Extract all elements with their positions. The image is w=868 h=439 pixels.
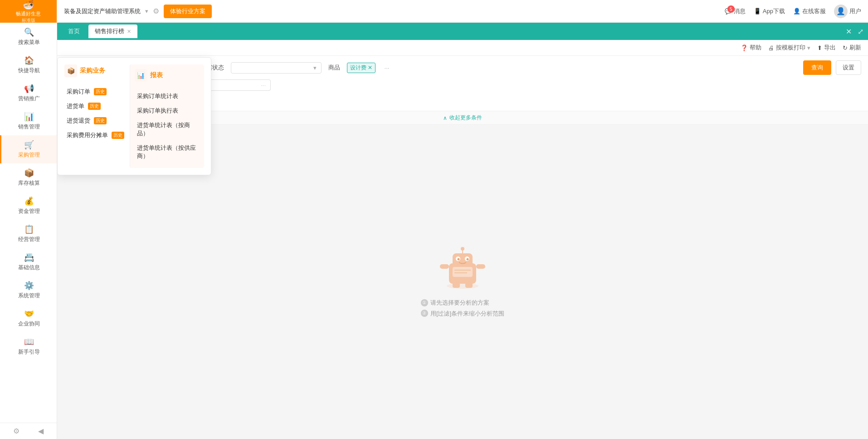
basic-icon: 📇 xyxy=(24,252,34,262)
sidebar-label-purchase: 采购管理 xyxy=(18,151,40,159)
tab-expand-icon[interactable]: ⤢ xyxy=(858,27,863,36)
tabbar: 首页 销售排行榜 ✕ ✕ ⤢ xyxy=(57,23,868,40)
sidebar-item-operation[interactable]: 📋 经营管理 xyxy=(0,220,57,248)
system-icon: ⚙️ xyxy=(24,281,34,291)
tip-text-2: 用[过滤]条件来缩小分析范围 xyxy=(430,308,504,319)
help-label: 帮助 xyxy=(750,44,761,52)
svg-point-6 xyxy=(467,258,469,261)
svg-rect-9 xyxy=(440,264,449,269)
query-btn[interactable]: 查询 xyxy=(803,60,831,75)
refresh-icon: ↻ xyxy=(843,44,848,51)
product-tag-close-icon[interactable]: ✕ xyxy=(368,64,372,71)
order-stat-label: 采购订单统计表 xyxy=(137,92,178,100)
dropdown-item-expense[interactable]: 采购费用分摊单 历史 xyxy=(64,128,130,143)
history-badge-0: 历史 xyxy=(94,88,107,95)
dropdown-item-purchase-order[interactable]: 采购订单 历史 xyxy=(64,84,130,99)
sidebar-settings-btn[interactable]: ⚙ xyxy=(13,427,20,435)
sidebar-item-purchase[interactable]: 🛒 采购管理 xyxy=(0,135,57,163)
product-tag-label: 设计费 xyxy=(350,64,366,72)
tip-item-2: ② 用[过滤]条件来缩小分析范围 xyxy=(421,308,504,319)
logo-icon: 🍜 xyxy=(23,0,34,10)
dropdown-item-order-stat[interactable]: 采购订单统计表 xyxy=(135,89,200,104)
report-section-icon: 📊 xyxy=(135,69,147,82)
toolbar-bar: ❓ 帮助 🖨 按模板打印 ▾ ⬆ 导出 ↻ 刷新 xyxy=(57,40,868,56)
sidebar-item-inventory[interactable]: 📦 库存核算 xyxy=(0,163,57,192)
svg-point-5 xyxy=(458,258,460,261)
tab-home[interactable]: 首页 xyxy=(62,25,86,38)
collapse-chevron-icon: ∧ xyxy=(443,115,447,121)
sidebar-bottom: ⚙ ◀ xyxy=(0,423,57,439)
sidebar-label-inventory: 库存核算 xyxy=(18,179,40,187)
dropdown-item-inbound-stat-product[interactable]: 进货单统计表（按商品） xyxy=(135,118,200,141)
history-badge-3: 历史 xyxy=(112,132,124,139)
sidebar-item-guide[interactable]: 📖 新手引导 xyxy=(0,332,57,360)
dropdown-item-return[interactable]: 进货退货 历史 xyxy=(64,113,130,128)
sidebar-collapse-btn[interactable]: ◀ xyxy=(38,427,44,435)
app-download-label: App下载 xyxy=(763,7,785,15)
sidebar-label-capital: 资金管理 xyxy=(18,207,40,215)
system-title: 装备及固定资产辅助管理系统 xyxy=(64,7,141,15)
collapse-label: 收起更多条件 xyxy=(449,114,482,122)
sidebar-label-sales: 销售管理 xyxy=(18,123,40,131)
export-label: 导出 xyxy=(824,44,836,52)
export-icon: ⬆ xyxy=(817,44,822,51)
expense-label: 采购费用分摊单 xyxy=(67,131,108,139)
refresh-btn[interactable]: ↻ 刷新 xyxy=(843,44,861,52)
user-btn[interactable]: 👤 用户 xyxy=(834,5,861,18)
empty-illustration xyxy=(435,245,490,291)
tab-sales-rank[interactable]: 销售排行榜 ✕ xyxy=(88,25,137,38)
message-badge: 5 xyxy=(727,5,735,13)
dropdown-item-inbound-stat-supplier[interactable]: 进货单统计表（按供应商） xyxy=(135,141,200,163)
svg-rect-11 xyxy=(453,282,460,288)
marketing-icon: 📢 xyxy=(24,84,34,94)
svg-rect-2 xyxy=(453,253,473,267)
enterprise-icon: 🤝 xyxy=(24,309,34,319)
sidebar-item-basic[interactable]: 📇 基础信息 xyxy=(0,248,57,276)
refresh-label: 刷新 xyxy=(849,44,861,52)
online-service-btn[interactable]: 👤 在线客服 xyxy=(793,7,826,15)
export-btn[interactable]: ⬆ 导出 xyxy=(817,44,836,52)
logo-line1: 畅通好生意 xyxy=(16,10,41,17)
print-label: 按模板打印 xyxy=(776,44,805,52)
tab-close-icon[interactable]: ✕ xyxy=(127,29,131,35)
help-icon: ❓ xyxy=(741,44,748,51)
sidebar-item-marketing[interactable]: 📢 营销推广 xyxy=(0,79,57,107)
tip-num-2: ② xyxy=(421,310,428,317)
dropdown-item-inbound[interactable]: 进货单 历史 xyxy=(64,99,130,113)
purchase-icon-inner: 📦 xyxy=(67,67,75,74)
sidebar-item-system[interactable]: ⚙️ 系统管理 xyxy=(0,276,57,304)
order-exec-label: 采购订单执行表 xyxy=(137,107,178,115)
setting-btn[interactable]: 设置 xyxy=(836,60,861,75)
topbar-chevron-icon[interactable]: ▾ xyxy=(145,8,148,15)
sidebar-item-capital[interactable]: 💰 资金管理 xyxy=(0,192,57,220)
tab-close-all-icon[interactable]: ✕ xyxy=(842,27,855,36)
tab-home-label: 首页 xyxy=(68,27,80,35)
sidebar-item-sales[interactable]: 📊 销售管理 xyxy=(0,107,57,135)
sidebar-label-guide: 新手引导 xyxy=(18,348,40,356)
purchase-section-icon: 📦 xyxy=(64,64,77,77)
dropdown-item-order-exec[interactable]: 采购订单执行表 xyxy=(135,104,200,118)
product-more-icon[interactable]: ··· xyxy=(385,64,390,71)
doc-status-select[interactable]: ▾ xyxy=(231,62,322,74)
inbound-stat-product-label: 进货单统计表（按商品） xyxy=(137,121,198,138)
topbar-gear-icon[interactable]: ⚙ xyxy=(153,7,159,15)
sidebar-label-operation: 经营管理 xyxy=(18,236,40,243)
return-label: 进货退货 xyxy=(67,117,90,125)
app-download-btn[interactable]: 📱 App下载 xyxy=(754,7,785,15)
search-icon: 🔍 xyxy=(24,27,34,37)
svg-point-8 xyxy=(461,247,464,251)
topbar: 装备及固定资产辅助管理系统 ▾ ⚙ 体验行业方案 💬 5 消息 📱 App下载 … xyxy=(57,0,868,23)
topbar-right: 💬 5 消息 📱 App下载 👤 在线客服 👤 用户 xyxy=(725,5,861,18)
print-btn[interactable]: 🖨 按模板打印 ▾ xyxy=(768,44,810,52)
tip-text-1: 请先选择要分析的方案 xyxy=(430,297,489,308)
help-btn[interactable]: ❓ 帮助 xyxy=(741,44,761,52)
messages-btn[interactable]: 💬 5 消息 xyxy=(725,7,746,15)
product-tag[interactable]: 设计费 ✕ xyxy=(347,63,375,73)
sidebar-label-enterprise: 企业协同 xyxy=(18,320,40,328)
sidebar-item-search[interactable]: 🔍 搜索菜单 xyxy=(0,23,57,51)
sidebar-item-quicknav[interactable]: 🏠 快捷导航 xyxy=(0,51,57,79)
logo: 🍜 畅通好生意 标准版 xyxy=(0,0,57,23)
home-icon: 🏠 xyxy=(24,55,34,65)
sidebar-item-enterprise[interactable]: 🤝 企业协同 xyxy=(0,304,57,332)
industry-btn[interactable]: 体验行业方案 xyxy=(164,5,212,18)
